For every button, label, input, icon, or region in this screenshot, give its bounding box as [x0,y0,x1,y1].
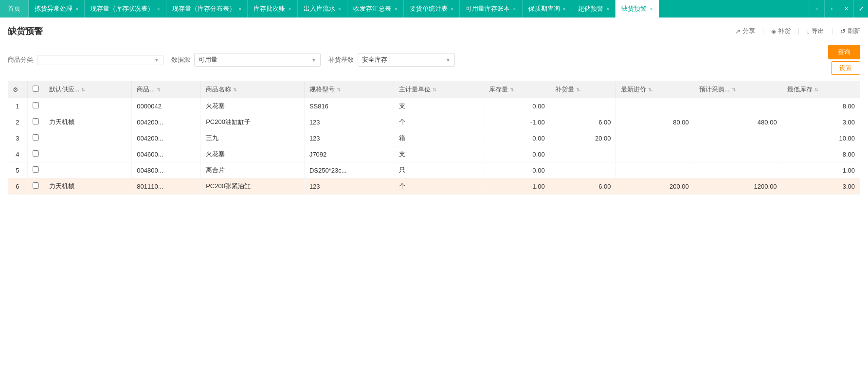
nav-tab-label: 要货单统计表 [410,4,448,13]
nav-tab-tab7[interactable]: 要货单统计表× [404,0,460,18]
column-latest-price: 最新进价 ⇅ [616,81,694,98]
datasource-chevron-icon: ▼ [311,57,316,63]
row-product-code: 0000042 [132,98,201,114]
nav-tab-label: 可用量库存账本 [466,4,510,13]
supplier-sort-icon: ⇅ [81,87,85,92]
export-button[interactable]: ↓ 导出 [807,27,825,35]
unit-sort[interactable]: 主计量单位 ⇅ [399,85,479,94]
row-checkbox[interactable] [33,118,39,124]
nav-prev-icon: ‹ [816,5,818,12]
category-chevron-icon: ▼ [154,57,159,63]
tab-close-icon[interactable]: × [75,6,78,12]
latest-price-sort[interactable]: 最新进价 ⇅ [621,85,688,94]
share-button[interactable]: ↗ 分享 [735,27,755,35]
table-row: 6 力天机械 801110... PC200张紧油缸 123 个 -1.00 6… [8,178,860,194]
row-spec: J7092 [304,146,394,162]
replenish-filter-label: 补货基数 [328,55,354,64]
column-est-purchase-label: 预计采购... [699,85,730,94]
row-number: 2 [8,114,27,130]
latest-price-sort-icon: ⇅ [648,87,652,92]
select-all-checkbox[interactable] [33,86,39,92]
nav-tab-tab9[interactable]: 保质期查询× [523,0,572,18]
row-est-purchase: 480.00 [694,114,782,130]
action-divider-3 [832,28,832,35]
nav-tab-tab6[interactable]: 收发存汇总表× [347,0,403,18]
nav-prev-button[interactable]: ‹ [810,0,824,18]
row-stock: 0.00 [484,98,550,114]
nav-tab-label: 保质期查询 [528,4,560,13]
row-checkbox[interactable] [33,150,39,157]
row-checkbox-cell [27,98,44,114]
column-checkbox [27,81,44,98]
column-min-stock-label: 最低库存 [787,85,813,94]
nav-tab-tab10[interactable]: 超储预警× [572,0,615,18]
nav-tab-tab2[interactable]: 现存量（库存状况表）× [85,0,166,18]
stock-sort[interactable]: 库存量 ⇅ [489,85,545,94]
tab-close-icon[interactable]: × [650,6,652,12]
nav-tab-tab5[interactable]: 出入库流水× [298,0,347,18]
nav-tab-tab8[interactable]: 可用量库存账本× [460,0,522,18]
refresh-icon: ↺ [840,28,846,35]
row-product-name: 火花塞 [201,98,305,114]
restock-button[interactable]: ◈ 补货 [771,27,791,35]
spec-sort[interactable]: 规格型号 ⇅ [309,85,389,94]
row-checkbox[interactable] [33,102,39,108]
nav-tab-tab1[interactable]: 拣货异常处理× [29,0,85,18]
row-stock: 0.00 [484,146,550,162]
row-checkbox[interactable] [33,166,39,173]
restock-sort-icon: ⇅ [576,87,580,92]
query-button[interactable]: 查询 [828,45,860,59]
tab-close-icon[interactable]: × [157,6,160,12]
row-checkbox-cell [27,162,44,178]
nav-expand-button[interactable]: ⤢ [853,0,868,18]
tab-close-icon[interactable]: × [288,6,291,12]
row-latest-price [616,146,694,162]
row-stock: -1.00 [484,178,550,194]
nav-tab-tab11[interactable]: 缺货预警× [615,0,659,18]
row-restock-qty [550,146,616,162]
unit-sort-icon: ⇅ [433,87,436,92]
restock-sort[interactable]: 补货量 ⇅ [555,85,611,94]
nav-next-button[interactable]: › [824,0,839,18]
column-spec-label: 规格型号 [309,85,335,94]
row-checkbox[interactable] [33,134,39,141]
row-checkbox[interactable] [33,182,39,189]
datasource-select[interactable]: 可用量 ▼ [194,53,321,67]
supplier-sort[interactable]: 默认供应... ⇅ [49,85,127,94]
row-supplier: 力天机械 [44,114,132,130]
nav-tab-tab4[interactable]: 库存批次账× [248,0,297,18]
tabs-container: 拣货异常处理×现存量（库存状况表）×现存量（库存分布表）×库存批次账×出入库流水… [29,0,659,18]
row-product-code: 004200... [132,114,201,130]
row-unit: 支 [394,98,484,114]
row-spec: 123 [304,178,394,194]
category-select[interactable]: ▼ [37,55,163,65]
replenish-select[interactable]: 安全库存 ▼ [358,53,455,67]
tab-close-icon[interactable]: × [338,6,341,12]
page-header: 缺货预警 ↗ 分享 ◈ 补货 ↓ 导出 ↺ 刷新 [8,25,860,37]
min-stock-sort[interactable]: 最低库存 ⇅ [787,85,855,94]
tab-close-icon[interactable]: × [513,6,516,12]
nav-close-button[interactable]: × [839,0,853,18]
replenish-filter-group: 补货基数 安全库存 ▼ [328,53,455,67]
home-tab[interactable]: 首页 [0,0,29,18]
row-number: 6 [8,178,27,194]
table-body: 1 0000042 火花塞 SS816 支 0.00 8.00 2 力天机械 0… [8,98,860,194]
export-icon: ↓ [807,28,810,35]
row-product-name: 三九 [201,130,305,146]
nav-tab-tab3[interactable]: 现存量（库存分布表）× [166,0,248,18]
tab-close-icon[interactable]: × [394,6,397,12]
est-purchase-sort[interactable]: 预计采购... ⇅ [699,85,777,94]
row-supplier [44,146,132,162]
settings-button[interactable]: 设置 [831,61,860,75]
row-restock-qty: 6.00 [550,178,616,194]
product-name-sort[interactable]: 商品名称 ⇅ [206,85,299,94]
tab-close-icon[interactable]: × [563,6,566,12]
refresh-button[interactable]: ↺ 刷新 [840,27,860,35]
product-code-sort[interactable]: 商品... ⇅ [137,85,196,94]
tab-close-icon[interactable]: × [451,6,453,12]
tab-close-icon[interactable]: × [606,6,609,12]
tab-close-icon[interactable]: × [238,6,241,12]
column-gear[interactable]: ⚙ [8,81,27,98]
row-number: 4 [8,146,27,162]
row-checkbox-cell [27,130,44,146]
